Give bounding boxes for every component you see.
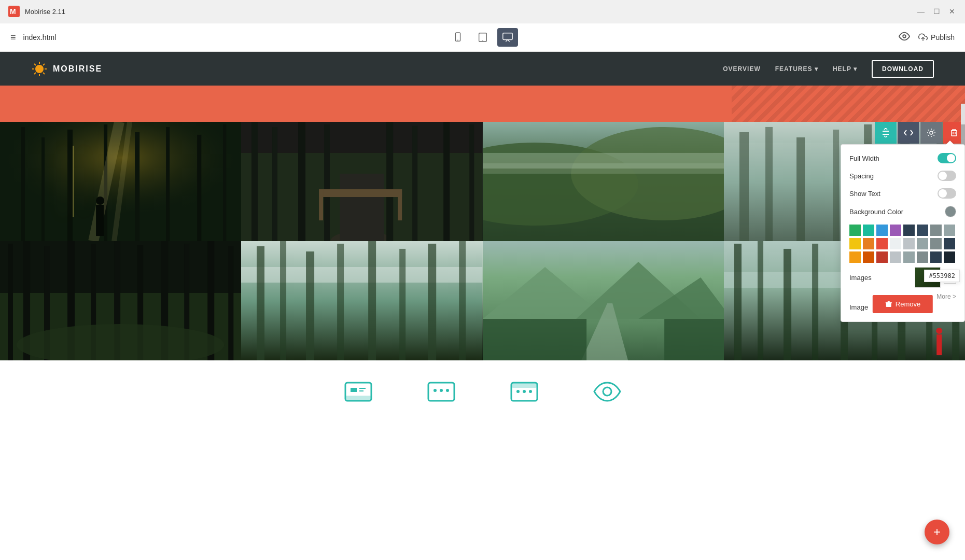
svg-rect-30 [96, 205, 104, 236]
color-asbestos[interactable] [917, 238, 928, 249]
menu-button[interactable]: ≡ [10, 32, 16, 43]
full-width-label: Full Width [849, 155, 879, 162]
svg-rect-104 [936, 334, 942, 355]
color-cloud[interactable] [890, 238, 901, 249]
photo-grid [0, 122, 965, 360]
mobile-view-button[interactable] [447, 28, 468, 47]
remove-label: Remove [896, 300, 920, 308]
svg-rect-43 [469, 124, 474, 241]
preview-button[interactable] [899, 31, 910, 44]
orange-banner [0, 86, 965, 122]
svg-rect-56 [765, 127, 773, 241]
svg-point-112 [433, 389, 437, 392]
icon-item-1 [343, 380, 374, 403]
color-sunflower[interactable] [849, 251, 861, 263]
color-carrot[interactable] [863, 251, 874, 263]
sun-logo-icon [31, 61, 48, 77]
color-green[interactable] [849, 225, 861, 236]
reorder-button[interactable] [875, 122, 897, 144]
color-gray[interactable] [930, 225, 942, 236]
spacing-toggle[interactable] [938, 171, 956, 181]
bg-color-label: Background Color [849, 208, 903, 216]
svg-rect-37 [272, 127, 277, 241]
svg-rect-107 [351, 388, 357, 392]
color-orange[interactable] [863, 238, 874, 249]
color-dark-blue[interactable] [903, 225, 915, 236]
hex-tooltip: #553982 [924, 270, 960, 282]
remove-button[interactable]: Remove [873, 295, 933, 313]
color-teal[interactable] [863, 225, 874, 236]
svg-rect-127 [886, 303, 891, 307]
svg-rect-78 [257, 246, 264, 360]
svg-point-3 [457, 40, 458, 41]
site-navbar: MOBIRISE OVERVIEW FEATURES ▾ HELP ▾ DOWN… [0, 52, 965, 86]
svg-line-17 [34, 73, 36, 74]
svg-rect-109 [359, 390, 363, 391]
color-dark-slate[interactable] [917, 225, 928, 236]
svg-rect-81 [337, 244, 344, 360]
color-black[interactable] [944, 251, 955, 263]
svg-point-116 [516, 390, 520, 393]
icon-item-2 [426, 380, 457, 403]
nav-download[interactable]: DOWNLOAD [872, 60, 934, 78]
svg-text:M: M [10, 7, 16, 16]
nav-features[interactable]: FEATURES ▾ [775, 65, 818, 73]
svg-rect-20 [21, 127, 25, 241]
color-red[interactable] [876, 238, 888, 249]
full-width-toggle[interactable] [938, 153, 956, 163]
toolbar-right: Publish [899, 31, 955, 44]
nav-help[interactable]: HELP ▾ [833, 65, 857, 73]
photo-cell-3 [483, 122, 724, 241]
color-navy[interactable] [930, 251, 942, 263]
svg-point-114 [446, 389, 449, 392]
images-label: Images [849, 274, 872, 282]
svg-point-123 [930, 131, 933, 134]
bg-color-row: Background Color [849, 206, 956, 217]
svg-rect-52 [483, 163, 724, 174]
svg-point-9 [35, 65, 44, 73]
settings-button[interactable] [920, 122, 942, 144]
desktop-view-button[interactable] [497, 28, 518, 47]
minimize-button[interactable]: — [916, 7, 926, 16]
svg-rect-129 [888, 301, 890, 302]
publish-button[interactable]: Publish [918, 33, 955, 42]
spacing-label: Spacing [849, 172, 874, 180]
color-mist[interactable] [903, 251, 915, 263]
color-stone[interactable] [917, 251, 928, 263]
tablet-view-button[interactable] [472, 28, 493, 47]
color-platinum[interactable] [890, 251, 901, 263]
color-pomegranate[interactable] [876, 251, 888, 263]
color-blue[interactable] [876, 225, 888, 236]
nav-overview[interactable]: OVERVIEW [723, 65, 760, 73]
color-concrete[interactable] [903, 238, 915, 249]
color-silver[interactable] [944, 225, 955, 236]
add-block-button[interactable]: + [925, 520, 949, 544]
color-purple[interactable] [890, 225, 901, 236]
color-grid-row3 [849, 251, 956, 263]
website-preview: MOBIRISE OVERVIEW FEATURES ▾ HELP ▾ DOWN… [0, 52, 965, 560]
photo-cell-1 [0, 122, 241, 241]
icon-item-4 [592, 380, 623, 403]
code-button[interactable] [898, 122, 919, 144]
color-midnight[interactable] [944, 238, 955, 249]
svg-rect-84 [428, 244, 436, 360]
svg-rect-108 [359, 388, 366, 389]
color-wetsand[interactable] [930, 238, 942, 249]
color-palette [849, 225, 956, 263]
svg-rect-36 [251, 122, 258, 241]
title-bar: M Mobirise 2.11 — ☐ ✕ [0, 0, 965, 23]
svg-rect-124 [952, 131, 957, 136]
svg-rect-83 [399, 249, 405, 360]
photo-cell-2 [241, 122, 482, 241]
svg-rect-57 [796, 137, 805, 241]
maximize-button[interactable]: ☐ [932, 7, 941, 16]
teal-icon-2 [426, 380, 457, 403]
show-text-toggle[interactable] [938, 188, 956, 199]
svg-rect-42 [443, 122, 450, 241]
bg-color-circle[interactable] [945, 206, 956, 217]
close-button[interactable]: ✕ [947, 7, 957, 16]
svg-point-117 [523, 390, 526, 393]
color-yellow[interactable] [849, 238, 861, 249]
svg-rect-96 [758, 241, 763, 360]
svg-point-31 [96, 197, 104, 205]
